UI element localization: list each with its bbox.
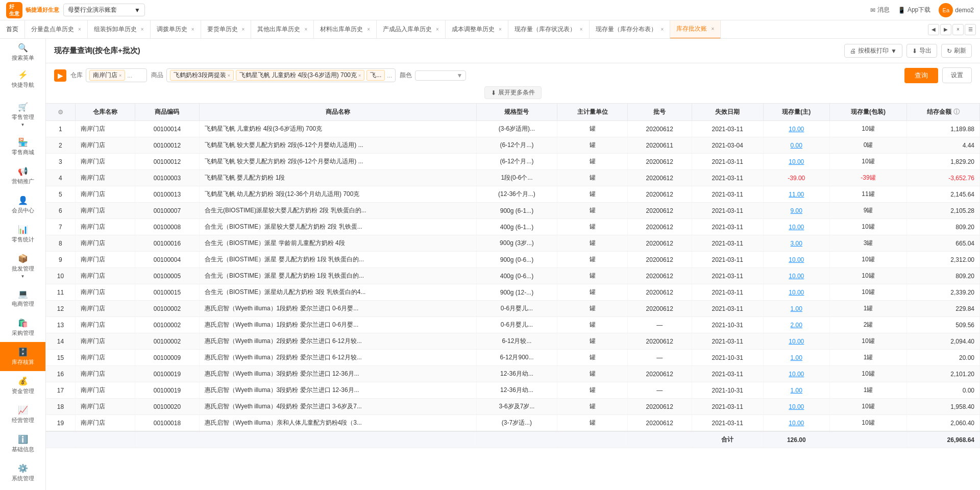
tab-11-close[interactable]: ×	[711, 26, 714, 32]
sidebar-item-search[interactable]: 🔍 搜索英单	[0, 39, 45, 66]
sidebar-item-retail-stats[interactable]: 📊 零售统计	[0, 219, 45, 249]
tab-2-close[interactable]: ×	[141, 27, 144, 32]
refresh-button[interactable]: ↻ 刷新	[941, 44, 972, 58]
sidebar-item-retail-mall[interactable]: 🏪 零售商城	[0, 132, 45, 161]
product-tag-2-close[interactable]: ×	[358, 73, 361, 78]
cell-qty-main[interactable]: 10.00	[763, 268, 830, 284]
cell-qty-main[interactable]: 2.00	[763, 317, 830, 333]
tab-3-close[interactable]: ×	[191, 27, 194, 32]
col-settings[interactable]: ⚙	[46, 104, 75, 121]
tab-8-close[interactable]: ×	[499, 27, 502, 32]
filter-expand-button[interactable]: ▶	[54, 69, 66, 82]
query-button[interactable]: 查询	[904, 68, 938, 83]
warehouse-tag-nancha: 南岸门店 ×	[89, 70, 125, 81]
tab-1[interactable]: 分量盘点单历史 ×	[25, 20, 88, 39]
footer-empty6	[557, 431, 627, 448]
cell-qty-pack: 10罐	[830, 252, 907, 268]
operations-icon: 📈	[18, 405, 28, 415]
expand-more-button[interactable]: ⬇ 展开更多条件	[484, 86, 542, 99]
product-tag-1-close[interactable]: ×	[228, 73, 230, 78]
product-tag-2: 飞鹤星飞帆 儿童奶粉 4段(3-6岁适用) 700克 ×	[236, 70, 364, 81]
cell-qty-main[interactable]: 1.00	[763, 301, 830, 317]
sidebar-item-ecommerce[interactable]: 💻 电商管理	[0, 284, 45, 313]
app-download-button[interactable]: 📱 App下载	[898, 6, 930, 14]
tab-9[interactable]: 现存量（库存状况表） ×	[508, 20, 590, 39]
tab-2[interactable]: 组装拆卸单历史 ×	[88, 20, 151, 39]
tab-7[interactable]: 产成品入库单历史 ×	[377, 20, 446, 39]
sidebar-operations-label: 经营管理	[12, 416, 34, 424]
tab-7-close[interactable]: ×	[436, 27, 439, 32]
cell-qty-main[interactable]: 11.00	[763, 186, 830, 203]
cell-name: 惠氏启智（Wyeth illuma）1段奶粉 爱尔兰进口 0-6月婴...	[200, 301, 477, 317]
tab-6-close[interactable]: ×	[367, 27, 370, 32]
product-tags[interactable]: 飞鹤奶粉3段两提装 × 飞鹤星飞帆 儿童奶粉 4段(3-6岁适用) 700克 ×…	[166, 68, 396, 82]
tab-8[interactable]: 成本调整单历史 ×	[446, 20, 508, 39]
tabs-close-button[interactable]: ×	[952, 24, 964, 35]
footer-empty4	[200, 431, 477, 448]
cell-qty-main[interactable]: 9.00	[763, 203, 830, 219]
sidebar-item-finance[interactable]: 💰 资金管理	[0, 371, 45, 400]
warehouse-more[interactable]: ...	[127, 72, 132, 79]
cell-code: 00100002	[135, 317, 199, 333]
tab-5[interactable]: 其他出库单历史 ×	[251, 20, 314, 39]
cell-qty-main[interactable]: 3.00	[763, 235, 830, 252]
cell-qty-main[interactable]: 10.00	[763, 252, 830, 268]
color-select[interactable]: ▼	[415, 70, 466, 81]
tab-home[interactable]: 首页	[0, 20, 25, 39]
cell-qty-main[interactable]: 10.00	[763, 154, 830, 170]
tag-close-icon[interactable]: ×	[119, 73, 121, 78]
cell-qty-main[interactable]: 10.00	[763, 366, 830, 382]
tabs-menu-button[interactable]: ☰	[965, 24, 976, 35]
sidebar-item-marketing[interactable]: 📢 营销推广	[0, 161, 45, 190]
cell-code: 00100003	[135, 170, 199, 186]
tab-4[interactable]: 要货单历史 ×	[201, 20, 252, 39]
sidebar-item-purchase[interactable]: 🛍️ 采购管理	[0, 313, 45, 342]
sidebar-item-wholesale[interactable]: 📦 批发管理 ▼	[0, 249, 45, 284]
ecommerce-icon: 💻	[18, 289, 28, 299]
cell-qty-main[interactable]: 0.00	[763, 137, 830, 154]
cell-qty-main[interactable]: 1.00	[763, 382, 830, 399]
cell-name: 惠氏启智（Wyeth illuma）亲和人体儿童配方奶粉4段（3...	[200, 415, 477, 432]
cell-qty-main[interactable]: -39.00	[763, 170, 830, 186]
cell-qty-main[interactable]: 10.00	[763, 219, 830, 235]
org-selector[interactable]: 母婴行业演示账套 ▼	[63, 4, 145, 16]
cell-qty-main[interactable]: 10.00	[763, 121, 830, 137]
tab-4-close[interactable]: ×	[242, 27, 245, 32]
tab-5-close[interactable]: ×	[304, 27, 307, 32]
sidebar-item-operations[interactable]: 📈 经营管理	[0, 400, 45, 429]
message-button[interactable]: ✉ 消息	[870, 6, 890, 14]
sidebar-item-inventory[interactable]: 🗄️ 库存核算	[0, 342, 45, 371]
tab-3[interactable]: 调拨单历史 ×	[151, 20, 201, 39]
warehouse-tags[interactable]: 南岸门店 × ...	[86, 68, 147, 82]
table-row: 3 南岸门店 00100012 飞鹤星飞帆 较大婴儿配方奶粉 2段(6-12个月…	[46, 154, 980, 170]
tab-11[interactable]: 库存批次账 ×	[670, 20, 721, 39]
cell-name: 飞鹤星飞帆 较大婴儿配方奶粉 2段(6-12个月婴幼儿适用) ...	[200, 154, 477, 170]
tab-1-close[interactable]: ×	[78, 27, 81, 32]
tabs-prev-button[interactable]: ◀	[928, 24, 939, 35]
cell-amount: 1,189.88	[906, 121, 979, 137]
sidebar-item-retail-mgmt[interactable]: 🛒 零售管理 ▼	[0, 97, 45, 132]
sidebar-item-basics[interactable]: ℹ️ 基础信息	[0, 429, 45, 458]
sidebar-item-system[interactable]: ⚙️ 系统管理	[0, 458, 45, 487]
tab-6[interactable]: 材料出库单历史 ×	[314, 20, 377, 39]
sidebar-item-members[interactable]: 👤 会员中心	[0, 190, 45, 219]
cell-qty-main[interactable]: 10.00	[763, 415, 830, 432]
template-print-button[interactable]: 🖨 按模板打印 ▼	[844, 44, 902, 58]
tabs-next-button[interactable]: ▶	[940, 24, 951, 35]
tab-10-close[interactable]: ×	[661, 27, 664, 32]
sidebar-item-quicknav[interactable]: ⚡ 快捷导航	[0, 66, 45, 93]
user-area[interactable]: Ea demo2	[939, 3, 974, 17]
tab-9-close[interactable]: ×	[580, 27, 583, 32]
export-button[interactable]: ⬇ 导出	[906, 44, 937, 58]
sidebar-item-collab[interactable]: 🤝 企业协同	[0, 487, 45, 490]
cell-warehouse: 南岸门店	[75, 366, 135, 382]
cell-name: 合生元（BIOSTIME）派星 婴儿配方奶粉 1段 乳铁蛋白的...	[200, 252, 477, 268]
cell-expire: 2021-03-04	[692, 137, 763, 154]
tab-10[interactable]: 现存量（库存分布表） ×	[590, 20, 671, 39]
settings-button[interactable]: 设置	[942, 67, 972, 83]
cell-qty-main[interactable]: 10.00	[763, 399, 830, 415]
cell-qty-main[interactable]: 10.00	[763, 284, 830, 301]
product-more[interactable]: ...	[387, 72, 392, 79]
cell-qty-main[interactable]: 10.00	[763, 333, 830, 350]
cell-qty-main[interactable]: 1.00	[763, 350, 830, 366]
